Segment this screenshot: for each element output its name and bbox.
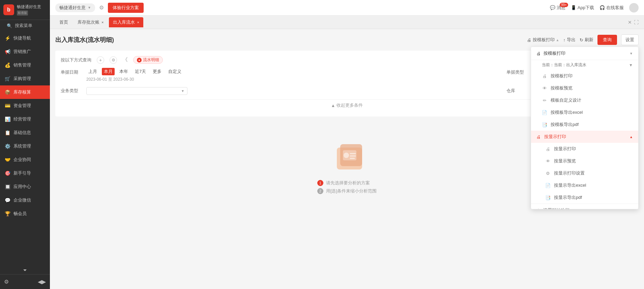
dropdown-item-settings-display[interactable]: ⚙ 按显示打印设置 [531, 167, 638, 179]
sidebar-item-label: 畅会员 [13, 211, 27, 217]
date-btn-this-month[interactable]: 本月 [102, 68, 115, 75]
sidebar-item-basic[interactable]: 📋 基础信息 [0, 126, 50, 139]
doc-type-label: 单据类型 [506, 68, 527, 75]
sidebar-item-label: 系统管理 [13, 143, 31, 149]
sidebar-item-operations[interactable]: 📊 经营管理 [0, 112, 50, 126]
warehouse-label: 仓库 [506, 88, 527, 94]
sidebar-item-label: 销售管理 [13, 62, 31, 68]
tab-home-label: 首页 [59, 19, 68, 25]
filter-tag-label: 流水明细 [143, 57, 159, 63]
dropdown-section1-title: 🖨 按模板打印 [536, 50, 565, 56]
dropdown-section2-header[interactable]: 🖨 按显示打印 ▲ [531, 131, 638, 143]
guide-icon: 🎯 [4, 170, 11, 177]
sidebar-item-member[interactable]: 🏆 畅会员 [0, 207, 50, 220]
app-download-icon: 📱 [571, 5, 576, 10]
refresh-btn[interactable]: ↻ 刷新 [580, 37, 593, 43]
dropdown-item-design-template[interactable]: ✏ 模板自定义设计 [531, 94, 638, 106]
sidebar-item-label: 采购管理 [13, 76, 31, 82]
filter-settings-button[interactable]: ⚙ [110, 56, 117, 64]
date-quick-btns: 上月 本月 本年 近7天 更多 自定义 [86, 68, 183, 75]
filter-search-label: 按以下方式查询 [61, 57, 91, 63]
tab-maximize-icon[interactable]: ⛶ [634, 20, 639, 25]
empty-hints: 1 请先选择要分析的方案 2 用[选]条件来缩小分析范围 [317, 180, 377, 196]
sidebar-search-item[interactable]: 🔍 搜索菜单 [0, 20, 50, 31]
settings-display-item-icon: ⚙ [545, 170, 551, 176]
tab-close-icon[interactable]: ✕ [628, 20, 632, 25]
dropdown-item-preview-display[interactable]: 👁 按显示预览 [531, 155, 638, 167]
tabs-right-actions: ✕ ⛶ [628, 20, 639, 25]
dropdown-item-export-excel-template[interactable]: 📄 按模板导出excel [531, 106, 638, 119]
sidebar-settings-icon[interactable]: ⚙ [4, 279, 9, 285]
sidebar-item-inventory[interactable]: 📦 库存核算 [0, 85, 50, 99]
sidebar-item-wechat[interactable]: 💬 企业微信 [0, 193, 50, 207]
sidebar-item-system[interactable]: ⚙️ 系统管理 [0, 139, 50, 153]
export-btn[interactable]: ↑ 导出 [563, 37, 576, 43]
messages-badge: 99+ [560, 3, 568, 7]
operations-icon: 📊 [4, 116, 11, 123]
biz-type-label: 业务类型 [61, 88, 81, 94]
trial-button[interactable]: 体验行业方案 [108, 3, 144, 13]
messages-button[interactable]: 💬 消息 99+ [550, 5, 565, 11]
sidebar-item-label: 快捷导航 [13, 35, 31, 41]
excel-template-item-icon: 📄 [542, 110, 547, 115]
print-template-btn[interactable]: 🖨 按模板打印 ▲ [527, 37, 559, 43]
refresh-label: 刷新 [585, 37, 593, 43]
wechat-icon: 💬 [4, 197, 11, 204]
dropdown-item-print-display[interactable]: 🖨 按显示打印 [531, 143, 638, 155]
date-btn-this-year[interactable]: 本年 [117, 68, 130, 75]
sidebar-item-appcenter[interactable]: 🔲 应用中心 [0, 180, 50, 193]
dropdown-item-export-pdf-template[interactable]: 📑 按模板导出pdf [531, 119, 638, 131]
date-btn-last-month[interactable]: 上月 [86, 68, 99, 75]
dropdown-section1-header[interactable]: 🖨 按模板打印 ▼ [531, 47, 638, 60]
query-btn[interactable]: 查询 [597, 35, 617, 45]
tab-inout-flow[interactable]: 出入库流水 × [109, 17, 143, 27]
sidebar-scroll-down[interactable] [0, 266, 50, 274]
filter-tag-icon: ● [137, 58, 142, 62]
collab-icon: 🤝 [4, 156, 11, 163]
print-icon: 🖨 [527, 37, 531, 43]
biz-type-select[interactable]: ▼ [86, 87, 187, 95]
sidebar-item-guide[interactable]: 🎯 新手引导 [0, 166, 50, 180]
member-icon: 🏆 [4, 210, 11, 217]
dropdown-item-export-excel-display[interactable]: 📄 按显示导出excel [531, 179, 638, 191]
filter-add-button[interactable]: + [97, 56, 104, 64]
section2-chevron-icon: ▲ [630, 135, 633, 139]
date-btn-custom[interactable]: 自定义 [166, 68, 183, 75]
app-name: 畅捷通好生意 [17, 4, 41, 10]
sidebar-item-label: 新手引导 [13, 170, 31, 176]
hint-text-2: 用[选]条件来缩小分析范围 [326, 188, 377, 194]
dropdown-item-preview-template[interactable]: 👁 按模板预览 [531, 82, 638, 94]
sidebar-item-collab[interactable]: 🤝 企业协同 [0, 153, 50, 166]
app-download-button[interactable]: 📱 App下载 [571, 5, 594, 11]
purchase-icon: 🛒 [4, 75, 11, 82]
sidebar-item-purchase[interactable]: 🛒 采购管理 [0, 72, 50, 85]
preview-display-item-icon: 👁 [545, 158, 551, 164]
dropdown-footer[interactable]: ⚙ 设置默认功能 ▼ [531, 204, 638, 209]
user-avatar[interactable] [629, 3, 639, 12]
topbar-left: 畅捷通好生意 ▼ ⚙ 体验行业方案 [55, 3, 144, 13]
dropdown-item-print-template[interactable]: 🖨 按模板打印 [531, 70, 638, 82]
tab-inout-flow-close[interactable]: × [137, 20, 139, 24]
sidebar-item-finance[interactable]: 💳 资金管理 [0, 99, 50, 112]
service-button[interactable]: 🎧 在线客服 [599, 5, 624, 11]
current-template-label: 当前：当前：出入库流水 [542, 62, 586, 68]
sidebar-item-marketing[interactable]: 📢 营销推广 [0, 45, 50, 58]
user-selector[interactable]: 畅捷通好生意 ▼ [55, 3, 95, 12]
tab-batch-account-close[interactable]: × [101, 20, 104, 24]
dropdown-scroll: 🖨 按模板打印 ▼ 当前：当前：出入库流水 ▼ [531, 47, 638, 209]
topbar-gear-icon[interactable]: ⚙ [99, 4, 104, 11]
dropdown-item-export-pdf-display[interactable]: 📑 按显示导出pdf [531, 191, 638, 204]
sidebar-nav: ⚡ 快捷导航 📢 营销推广 💰 销售管理 🛒 采购管理 📦 库存核算 💳 资金管… [0, 31, 50, 266]
print-chevron-icon: ▲ [556, 38, 559, 42]
date-btn-7days[interactable]: 近7天 [133, 68, 148, 75]
filter-collapse-button[interactable]: 《 [122, 56, 128, 63]
sidebar-item-sales[interactable]: 💰 销售管理 [0, 58, 50, 72]
section1-chevron-icon: ▼ [630, 52, 633, 55]
tab-batch-account[interactable]: 库存批次账 × [74, 17, 108, 27]
sidebar-item-quick-nav[interactable]: ⚡ 快捷导航 [0, 31, 50, 45]
sidebar-item-label: 营销推广 [13, 49, 31, 55]
sidebar-collapse-icon[interactable]: ◀▶ [38, 279, 46, 285]
settings-btn[interactable]: 设置 [621, 34, 639, 45]
tab-home[interactable]: 首页 [55, 17, 72, 27]
date-btn-more[interactable]: 更多 [151, 68, 164, 75]
